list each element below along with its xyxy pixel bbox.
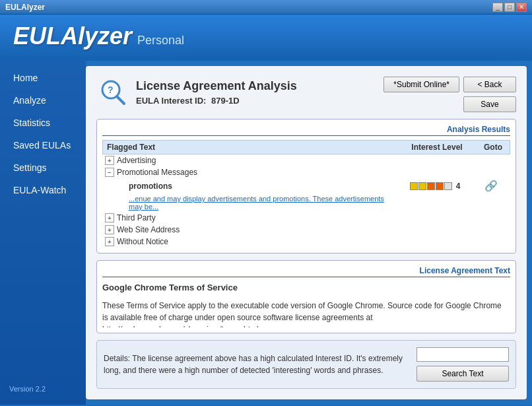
search-area: Search Text — [416, 347, 509, 382]
bar-seg-2 — [418, 182, 426, 190]
details-text: Details: The license agreement above has… — [104, 353, 409, 376]
search-text-button[interactable]: Search Text — [416, 366, 509, 382]
save-button[interactable]: Save — [463, 96, 516, 112]
bar-seg-4 — [436, 182, 444, 190]
analysis-section-label: Analysis Results — [102, 125, 510, 136]
back-button[interactable]: < Back — [463, 77, 516, 92]
license-text-area[interactable]: Google Chrome Terms of Service These Ter… — [102, 281, 510, 327]
sidebar: Home Analyze Statistics Saved EULAs Sett… — [0, 61, 86, 405]
content-title-area: ? License Agreement Analysis EULA Intere… — [96, 77, 297, 108]
label-promotions: promotions — [129, 182, 395, 191]
tree-area: + Advertising − Promotional Messages pro — [102, 154, 510, 248]
submit-online-button[interactable]: *Submit Online* — [383, 77, 459, 92]
eula-id-value: 879-1D — [211, 96, 240, 106]
tree-row-promotions[interactable]: promotions 4 🔗 — [102, 178, 510, 193]
label-without-notice: Without Notice — [117, 237, 395, 246]
license-title: Google Chrome Terms of Service — [102, 281, 508, 294]
expander-advertising[interactable]: + — [105, 156, 114, 165]
bar-count: 4 — [456, 182, 461, 191]
sidebar-item-settings[interactable]: Settings — [4, 157, 82, 178]
col-header-flagged: Flagged Text — [103, 141, 397, 154]
content-area: ? License Agreement Analysis EULA Intere… — [86, 66, 527, 399]
sidebar-item-statistics[interactable]: Statistics — [4, 112, 82, 133]
content-header: ? License Agreement Analysis EULA Intere… — [96, 77, 516, 112]
minimize-button[interactable]: _ — [492, 3, 503, 12]
titlebar: EULAlyzer _ □ ✕ — [0, 0, 532, 15]
magnify-icon: ? — [96, 77, 128, 108]
close-button[interactable]: ✕ — [516, 3, 527, 12]
label-third-party: Third Party — [117, 213, 395, 222]
sidebar-item-eula-watch[interactable]: EULA-Watch — [4, 180, 82, 201]
label-link[interactable]: ...enue and may display advertisements a… — [129, 195, 395, 211]
page-title: License Agreement Analysis — [136, 79, 297, 93]
bar-segments — [410, 182, 452, 190]
tree-row-promotional[interactable]: − Promotional Messages — [102, 166, 510, 178]
bar-seg-3 — [427, 182, 435, 190]
tree-row-without-notice[interactable]: + Without Notice — [102, 236, 510, 248]
expander-promotional[interactable]: − — [105, 168, 114, 177]
license-body-text: These Terms of Service apply to the exec… — [102, 300, 508, 328]
analysis-section: Analysis Results Flagged Text Interest L… — [96, 119, 516, 254]
titlebar-controls: _ □ ✕ — [492, 3, 527, 12]
header-buttons-bottom-row: Save — [463, 96, 516, 112]
app-name: EULAlyzer — [13, 22, 132, 50]
expander-without-notice[interactable]: + — [105, 237, 114, 246]
bottom-panel: Details: The license agreement above has… — [96, 340, 516, 389]
titlebar-title: EULAlyzer — [5, 3, 45, 12]
app-header: EULAlyzerPersonal — [0, 15, 532, 61]
search-input[interactable] — [416, 347, 509, 362]
expander-web-address[interactable]: + — [105, 225, 114, 234]
tree-row-web-address[interactable]: + Web Site Address — [102, 224, 510, 236]
bar-seg-1 — [410, 182, 418, 190]
table-header: Flagged Text Interest Level Goto — [102, 140, 510, 154]
col-header-interest: Interest Level — [397, 141, 477, 154]
sidebar-item-analyze[interactable]: Analyze — [4, 90, 82, 111]
eula-id-row: EULA Interest ID: 879-1D — [136, 96, 297, 106]
col-header-goto: Goto — [477, 141, 510, 154]
sidebar-item-saved-eulas[interactable]: Saved EULAs — [4, 135, 82, 156]
tree-row-link[interactable]: ...enue and may display advertisements a… — [102, 193, 510, 212]
version-label: Version 2.2 — [0, 380, 86, 398]
sidebar-item-home[interactable]: Home — [4, 67, 82, 88]
content-title: License Agreement Analysis EULA Interest… — [136, 79, 297, 106]
header-buttons: *Submit Online* < Back Save — [383, 77, 516, 112]
label-advertising: Advertising — [117, 156, 395, 165]
bar-seg-5 — [444, 182, 452, 190]
label-promotional: Promotional Messages — [117, 168, 395, 177]
app-edition: Personal — [137, 34, 184, 47]
tree-row-third-party[interactable]: + Third Party — [102, 212, 510, 224]
expander-third-party[interactable]: + — [105, 213, 114, 222]
svg-line-2 — [117, 96, 124, 104]
eula-id-label: EULA Interest ID: — [136, 96, 206, 106]
interest-bar-promotions: 4 — [395, 182, 475, 191]
license-section-label: License Agreement Text — [102, 266, 510, 277]
license-section: License Agreement Text Google Chrome Ter… — [96, 260, 516, 333]
main-layout: Home Analyze Statistics Saved EULAs Sett… — [0, 61, 532, 405]
label-web-address: Web Site Address — [117, 225, 395, 234]
header-buttons-top-row: *Submit Online* < Back — [383, 77, 516, 92]
restore-button[interactable]: □ — [504, 3, 515, 12]
tree-row-advertising[interactable]: + Advertising — [102, 154, 510, 166]
svg-text:?: ? — [108, 85, 114, 95]
goto-arrow-promotions[interactable]: 🔗 — [484, 180, 498, 191]
